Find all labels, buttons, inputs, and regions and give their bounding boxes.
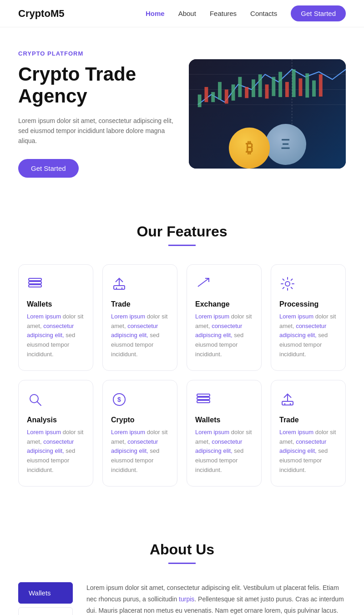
hero-section: CRYPTO PLATFORM Crypto Trade Agency Lore… — [0, 27, 364, 196]
feature-name-analysis: Analysis — [27, 416, 85, 424]
svg-rect-26 — [114, 286, 125, 289]
trade-icon — [111, 276, 169, 294]
nav-about[interactable]: About — [178, 10, 196, 17]
features-grid: Wallets Lorem ipsum dolor sit amet, cons… — [18, 264, 346, 487]
feature-card-wallets: Wallets Lorem ipsum dolor sit amet, cons… — [18, 264, 93, 371]
feature-name-processing: Processing — [279, 300, 337, 308]
coin-area: ₿ Ξ — [189, 108, 346, 169]
nav-features[interactable]: Features — [210, 10, 237, 17]
feature-card-exchange: Exchange Lorem ipsum dolor sit amet, con… — [187, 264, 262, 371]
svg-rect-8 — [232, 84, 235, 100]
svg-rect-20 — [312, 80, 316, 96]
feature-desc-trade: Lorem ipsum dolor sit amet, consectetur … — [111, 312, 169, 359]
feature-desc-processing: Lorem ipsum dolor sit amet, consectetur … — [279, 312, 337, 359]
feature-card-analysis: Analysis Lorem ipsum dolor sit amet, con… — [18, 380, 93, 487]
navbar: CryptoM5 Home About Features Contacts Ge… — [0, 0, 364, 27]
svg-rect-5 — [211, 92, 215, 102]
features-title: Our Features — [18, 223, 346, 240]
feature-name-crypto: Crypto — [111, 416, 169, 424]
features-section: Our Features Wallets Lorem ipsum dolor s… — [0, 196, 364, 514]
about-title: About Us — [18, 541, 346, 558]
about-link-turpis[interactable]: turpis — [179, 595, 194, 603]
svg-rect-4 — [205, 87, 208, 102]
bitcoin-coin: ₿ — [229, 128, 270, 169]
feature-name-wallets-2: Wallets — [195, 416, 253, 424]
feature-desc-crypto: Lorem ipsum dolor sit amet, consectetur … — [111, 428, 169, 475]
svg-rect-19 — [305, 73, 309, 97]
processing-icon — [279, 276, 337, 294]
hero-get-started-button[interactable]: Get Started — [18, 159, 79, 178]
svg-rect-6 — [218, 82, 222, 100]
feature-name-trade: Trade — [111, 300, 169, 308]
feature-card-wallets-2: Wallets Lorem ipsum dolor sit amet, cons… — [187, 380, 262, 487]
svg-rect-7 — [225, 89, 228, 103]
svg-rect-25 — [29, 285, 41, 287]
analysis-icon — [27, 391, 85, 410]
hero-content: CRYPTO PLATFORM Crypto Trade Agency Lore… — [18, 50, 175, 178]
feature-card-crypto: $ Crypto Lorem ipsum dolor sit amet, con… — [102, 380, 177, 487]
hero-desc: Lorem ipsum dolor sit amet, consectetur … — [18, 116, 175, 146]
exchange-icon — [195, 276, 253, 294]
hero-image: ₿ Ξ — [189, 59, 346, 169]
feature-desc-analysis: Lorem ipsum dolor sit amet, consectetur … — [27, 428, 85, 475]
svg-text:$: $ — [117, 396, 121, 403]
svg-rect-15 — [278, 72, 282, 97]
hero-tag: CRYPTO PLATFORM — [18, 50, 175, 57]
feature-name-exchange: Exchange — [195, 300, 253, 308]
svg-rect-35 — [197, 397, 210, 400]
about-tab-trade[interactable]: Trade — [18, 607, 73, 615]
svg-rect-34 — [197, 394, 210, 396]
nav-home[interactable]: Home — [146, 10, 165, 17]
svg-rect-23 — [29, 278, 41, 281]
feature-name-trade-2: Trade — [279, 416, 337, 424]
about-divider — [168, 563, 196, 564]
svg-rect-13 — [265, 84, 269, 98]
svg-rect-21 — [319, 74, 323, 97]
svg-rect-18 — [299, 78, 303, 96]
about-tabs: Wallets Trade Exchange — [18, 582, 73, 615]
feature-desc-wallets-2: Lorem ipsum dolor sit amet, consectetur … — [195, 428, 253, 475]
crypto-icon: $ — [111, 391, 169, 410]
hero-title: Crypto Trade Agency — [18, 63, 175, 108]
svg-rect-36 — [197, 400, 210, 403]
feature-card-trade: Trade Lorem ipsum dolor sit amet, consec… — [102, 264, 177, 371]
about-text: Lorem ipsum dolor sit amet, consectetur … — [86, 582, 346, 615]
feature-desc-trade-2: Lorem ipsum dolor sit amet, consectetur … — [279, 428, 337, 475]
trade2-icon — [279, 391, 337, 410]
nav-links: Home About Features Contacts Get Started — [146, 5, 346, 21]
feature-card-trade-2: Trade Lorem ipsum dolor sit amet, consec… — [271, 380, 346, 487]
wallets2-icon — [195, 391, 253, 410]
svg-point-29 — [285, 282, 290, 286]
site-logo: CryptoM5 — [18, 8, 64, 20]
svg-rect-37 — [282, 401, 293, 405]
svg-rect-10 — [245, 87, 248, 98]
svg-rect-16 — [285, 82, 289, 97]
svg-rect-17 — [292, 69, 296, 97]
about-tab-wallets[interactable]: Wallets — [18, 582, 73, 604]
about-section: About Us Wallets Trade Exchange Lorem ip… — [0, 514, 364, 615]
feature-desc-exchange: Lorem ipsum dolor sit amet, consectetur … — [195, 312, 253, 359]
svg-rect-12 — [258, 74, 262, 97]
features-divider — [168, 245, 196, 246]
feature-card-processing: Processing Lorem ipsum dolor sit amet, c… — [271, 264, 346, 371]
about-content: Wallets Trade Exchange Lorem ipsum dolor… — [18, 582, 346, 615]
svg-rect-14 — [272, 77, 275, 96]
feature-name-wallets: Wallets — [27, 300, 85, 308]
svg-rect-24 — [29, 282, 41, 284]
nav-contacts[interactable]: Contacts — [250, 10, 277, 17]
ethereum-coin: Ξ — [265, 124, 306, 165]
svg-rect-3 — [198, 94, 202, 107]
feature-desc-wallets: Lorem ipsum dolor sit amet, consectetur … — [27, 312, 85, 359]
wallets-icon — [27, 276, 85, 294]
svg-line-31 — [37, 402, 41, 405]
svg-rect-9 — [238, 77, 242, 97]
svg-rect-11 — [252, 79, 255, 97]
nav-get-started-button[interactable]: Get Started — [291, 5, 346, 21]
